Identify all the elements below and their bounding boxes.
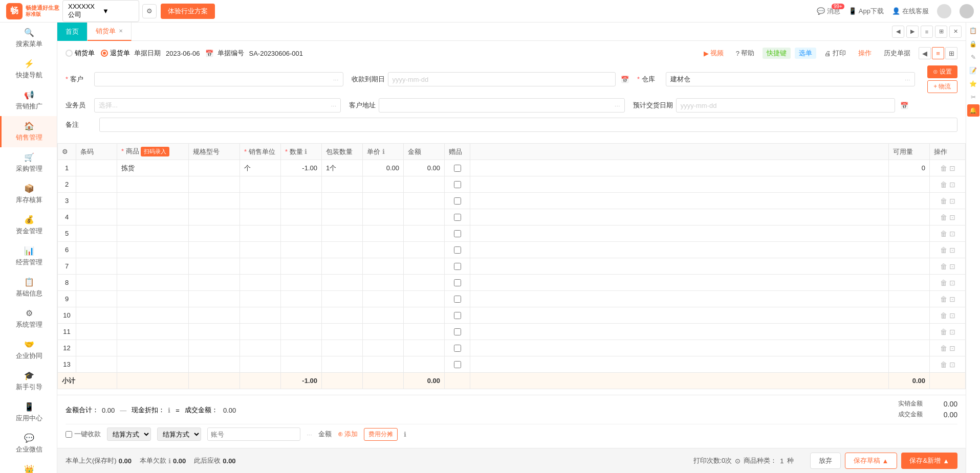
tab-action-next[interactable]: ▶ [906, 26, 919, 38]
receive-date-calendar-icon[interactable]: 📅 [621, 76, 629, 83]
row-copy-8[interactable]: ⊡ [949, 279, 955, 287]
row-amount-4[interactable] [404, 209, 445, 226]
one-click-check[interactable] [66, 431, 72, 438]
row-copy-4[interactable]: ⊡ [949, 213, 955, 221]
tab-action-list[interactable]: ≡ [921, 26, 933, 38]
row-amount-5[interactable] [404, 226, 445, 242]
sidebar-item-member[interactable]: 👑 畅会员 [0, 459, 57, 473]
abandon-button[interactable]: 放弃 [810, 453, 841, 469]
sidebar-item-shortcut[interactable]: ⚡ 快捷导航 [0, 54, 57, 85]
settings-icon[interactable]: ⚙ [142, 4, 157, 18]
right-panel-btn-3[interactable]: ✎ [967, 51, 979, 63]
row-pkg-4[interactable] [322, 209, 363, 226]
row-barcode-9[interactable] [76, 291, 117, 307]
row-barcode-5[interactable] [76, 226, 117, 242]
sidebar-item-finance[interactable]: 💰 资金管理 [0, 210, 57, 241]
save-new-button[interactable]: 保存&新增 ▲ [901, 453, 957, 469]
row-amount-7[interactable] [404, 258, 445, 275]
sidebar-item-appstore[interactable]: 📱 应用中心 [0, 397, 57, 428]
row-product-1[interactable]: 拣货 [117, 160, 189, 176]
row-gift-check-3[interactable] [454, 197, 461, 205]
row-spec-7[interactable] [189, 258, 240, 275]
sidebar-item-wechat[interactable]: 💬 企业微信 [0, 428, 57, 459]
th-settings[interactable]: ⚙ [58, 144, 76, 160]
row-pkg-8[interactable] [322, 275, 363, 291]
row-pkg-1[interactable]: 1个 [322, 160, 363, 176]
add-btn[interactable]: ⊕ 添加 [338, 430, 358, 439]
row-gift-13[interactable] [445, 356, 470, 373]
customer-dots[interactable]: ··· [333, 76, 339, 83]
row-product-6[interactable] [117, 242, 189, 258]
row-gift-2[interactable] [445, 176, 470, 193]
row-product-13[interactable] [117, 356, 189, 373]
sidebar-item-sales[interactable]: 🏠 销售管理 [0, 116, 57, 147]
row-copy-2[interactable]: ⊡ [949, 181, 955, 189]
row-qty-2[interactable] [281, 176, 322, 193]
row-gift-check-9[interactable] [454, 296, 461, 303]
account-input[interactable] [207, 427, 300, 441]
row-delete-3[interactable]: 🗑 [940, 197, 947, 205]
toolbar-video[interactable]: ▶ 视频 [700, 47, 728, 59]
row-unit-4[interactable] [240, 209, 281, 226]
row-barcode-2[interactable] [76, 176, 117, 193]
fee-info-icon[interactable]: ℹ [404, 431, 406, 438]
row-spec-2[interactable] [189, 176, 240, 193]
calendar-icon[interactable]: 📅 [205, 50, 213, 57]
radio-return[interactable]: 退货单 [101, 49, 130, 58]
row-delete-13[interactable]: 🗑 [940, 361, 947, 369]
right-panel-btn-5[interactable]: ⭐ [967, 78, 979, 90]
row-price-3[interactable] [363, 193, 404, 209]
account-dots[interactable]: ··· [307, 431, 312, 438]
row-delete-10[interactable]: 🗑 [940, 311, 947, 320]
online-service-button[interactable]: 👤 在线客服 [892, 7, 929, 16]
tab-home[interactable]: 首页 [57, 22, 88, 41]
payment-type-select[interactable]: 结算方式 [157, 427, 201, 441]
row-delete-9[interactable]: 🗑 [940, 295, 947, 303]
row-price-13[interactable] [363, 356, 404, 373]
row-spec-11[interactable] [189, 324, 240, 340]
row-gift-check-10[interactable] [454, 312, 461, 319]
row-product-8[interactable] [117, 275, 189, 291]
row-pkg-7[interactable] [322, 258, 363, 275]
list-view-btn[interactable]: ≡ [932, 47, 944, 59]
row-unit-7[interactable] [240, 258, 281, 275]
row-copy-13[interactable]: ⊡ [949, 361, 955, 369]
message-button[interactable]: 💬 消息 99+ [817, 7, 840, 16]
row-copy-3[interactable]: ⊡ [949, 197, 955, 205]
sidebar-item-coop[interactable]: 🤝 企业协同 [0, 334, 57, 366]
row-spec-3[interactable] [189, 193, 240, 209]
trial-button[interactable]: 体验行业方案 [161, 4, 215, 19]
row-amount-3[interactable] [404, 193, 445, 209]
total-debt-info[interactable]: ℹ [168, 457, 171, 465]
row-copy-7[interactable]: ⊡ [949, 262, 955, 271]
row-delete-12[interactable]: 🗑 [940, 344, 947, 352]
logistics-button[interactable]: + 物流 [927, 80, 957, 93]
row-product-12[interactable] [117, 340, 189, 356]
row-gift-check-8[interactable] [454, 279, 461, 286]
row-gift-9[interactable] [445, 291, 470, 307]
row-gift-check-5[interactable] [454, 230, 461, 237]
row-spec-9[interactable] [189, 291, 240, 307]
row-qty-7[interactable] [281, 258, 322, 275]
row-product-7[interactable] [117, 258, 189, 275]
row-delete-7[interactable]: 🗑 [940, 262, 947, 271]
row-gift-check-12[interactable] [454, 345, 461, 352]
row-product-4[interactable] [117, 209, 189, 226]
row-gift-check-6[interactable] [454, 246, 461, 254]
row-unit-8[interactable] [240, 275, 281, 291]
row-gift-3[interactable] [445, 193, 470, 209]
row-delete-11[interactable]: 🗑 [940, 328, 947, 336]
row-gift-check-13[interactable] [454, 361, 461, 368]
toolbar-operate[interactable]: 操作 [854, 47, 876, 59]
note-input[interactable] [99, 118, 957, 132]
tab-salesorder[interactable]: 销货单 ✕ [88, 22, 132, 41]
row-spec-10[interactable] [189, 307, 240, 324]
row-qty-1[interactable]: -1.00 [281, 160, 322, 176]
right-panel-btn-1[interactable]: 📋 [967, 25, 979, 37]
row-copy-11[interactable]: ⊡ [949, 328, 955, 336]
row-spec-6[interactable] [189, 242, 240, 258]
company-selector[interactable]: XXXXXX公司 ▼ [62, 0, 139, 22]
toolbar-history[interactable]: 历史单据 [880, 47, 914, 59]
row-amount-1[interactable]: 0.00 [404, 160, 445, 176]
row-amount-6[interactable] [404, 242, 445, 258]
